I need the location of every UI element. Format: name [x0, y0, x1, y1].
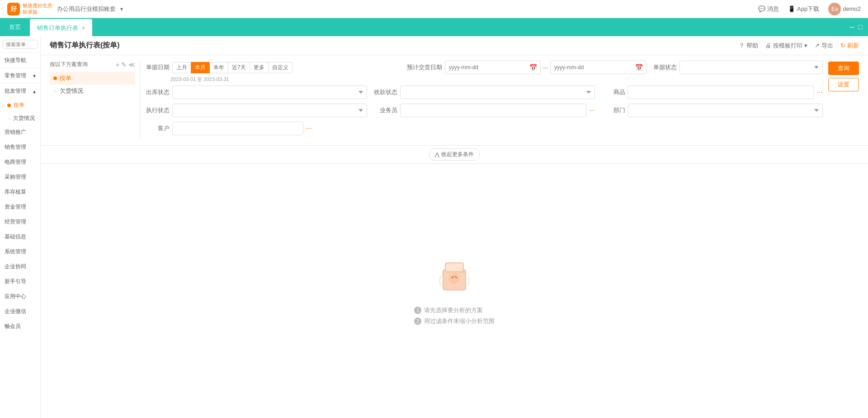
department-select[interactable] [628, 104, 823, 117]
date-tab-last7[interactable]: 近7天 [228, 62, 250, 73]
date-label: 单据日期 [145, 63, 170, 71]
search-input[interactable] [3, 40, 38, 49]
delivery-date-start-input[interactable] [445, 61, 541, 74]
doc-status-label: 单据状态 [652, 63, 677, 71]
minimize-button[interactable]: ─ [849, 23, 854, 31]
edit-scheme-button[interactable]: ✎ [121, 61, 127, 68]
collapse-scheme-button[interactable]: ≪ [128, 61, 135, 68]
tab-bar-actions: ─ □ [849, 23, 868, 31]
chevron-icon: ▾ [33, 73, 36, 79]
empty-illustration [432, 254, 477, 299]
exec-status-label: 执行状态 [145, 106, 170, 114]
date-tab-this-month[interactable]: 本月 [191, 62, 210, 73]
svg-point-4 [455, 276, 457, 278]
product-dots-button[interactable]: ··· [817, 88, 823, 96]
sidebar-item-quick-nav[interactable]: 快捷导航 [0, 53, 40, 68]
sidebar-item-enterprise[interactable]: 企业协同 [0, 259, 40, 274]
sidebar-item-sales[interactable]: 销售管理 [0, 140, 40, 155]
sidebar-item-finance[interactable]: 资金管理 [0, 200, 40, 214]
date-tab-custom[interactable]: 自定义 [268, 62, 292, 73]
sidebar-item-inventory[interactable]: 库存核算 [0, 185, 40, 200]
sidebar-sub-按单[interactable]: 按单 [0, 99, 40, 112]
sidebar-item-wechat[interactable]: 企业微信 [0, 304, 40, 319]
refresh-button[interactable]: ↻ 刷新 [840, 42, 859, 50]
customer-input[interactable] [172, 122, 303, 135]
user-menu-button[interactable]: Ea demo2 [828, 3, 861, 15]
print-button[interactable]: 🖨 按模板打印 ▾ [765, 42, 807, 50]
sidebar-item-guide[interactable]: 新手引导 [0, 274, 40, 289]
filter-field-customer: 客户 ··· [145, 122, 312, 135]
main-content: 快捷导航 零售管理 ▾ 批发管理 ▴ 按单 ○ 欠货情况 营销推广 销售管理 电… [0, 36, 868, 418]
date-tab-this-year[interactable]: 本年 [209, 62, 228, 73]
product-input[interactable] [628, 86, 814, 99]
tab-active[interactable]: 销售订单执行表 × [30, 19, 92, 37]
logo-icon: 好 [7, 3, 20, 15]
avatar: Ea [828, 3, 841, 15]
maximize-button[interactable]: □ [858, 23, 863, 31]
date-tab-more[interactable]: 更多 [250, 62, 269, 73]
delivery-date-end-input[interactable] [550, 61, 646, 74]
filter-fields: 单据日期 上月 本月 本年 近7天 更多 自定义 [145, 61, 859, 140]
department-label: 部门 [600, 106, 625, 114]
page-title: 销售订单执行表(按单) [50, 41, 120, 50]
sidebar-item-purchase[interactable]: 采购管理 [0, 170, 40, 185]
message-button[interactable]: 💬 消息 [758, 5, 779, 13]
filter-field-exec-status: 执行状态 [145, 104, 367, 117]
tab-home[interactable]: 首页 [0, 18, 30, 36]
salesperson-dots-button[interactable]: ··· [589, 106, 595, 114]
query-button[interactable]: 查询 [828, 62, 859, 75]
sidebar-item-system[interactable]: 系统管理 [0, 244, 40, 259]
scheme-dot [53, 76, 57, 80]
export-icon: ↗ [815, 42, 820, 49]
customer-label: 客户 [145, 124, 170, 133]
sidebar-item-basic[interactable]: 基础信息 [0, 229, 40, 244]
help-icon: ？ [739, 42, 745, 50]
print-icon: 🖨 [765, 42, 771, 49]
sidebar-item-member[interactable]: 畅会员 [0, 319, 40, 334]
sidebar-item-marketing[interactable]: 营销推广 [0, 125, 40, 140]
svg-point-3 [452, 276, 453, 278]
top-bar-dropdown[interactable]: ▾ [120, 6, 123, 12]
exec-status-select[interactable] [172, 104, 367, 117]
export-button[interactable]: ↗ 导出 [815, 42, 833, 50]
sidebar-sub-欠货情况[interactable]: ○ 欠货情况 [0, 112, 40, 125]
sidebar-item-wholesale[interactable]: 批发管理 ▴ [0, 83, 40, 99]
reset-button[interactable]: 设置 [828, 78, 859, 91]
sidebar-item-retail[interactable]: 零售管理 ▾ [0, 68, 40, 83]
add-scheme-button[interactable]: + [116, 61, 119, 68]
tip-item-2: 2 用过滤条件来缩小分析范围 [414, 317, 495, 325]
date-tab-last-month[interactable]: 上月 [172, 62, 191, 73]
action-row: ⋀ 收起更多条件 [41, 145, 868, 164]
filter-field-department: 部门 [600, 104, 823, 117]
page-header: 销售订单执行表(按单) ？ 帮助 🖨 按模板打印 ▾ ↗ 导出 ↻ 刷新 [41, 36, 868, 55]
help-button[interactable]: ？ 帮助 [739, 42, 758, 50]
active-dot [7, 104, 11, 107]
sidebar-item-ecommerce[interactable]: 电商管理 [0, 155, 40, 170]
filter-scheme-panel: 按以下方案查询 + ✎ ≪ 按单 ○ 欠货情况 [50, 61, 140, 140]
scheme-inactive-icon: ○ [53, 88, 57, 95]
empty-state: 1 请先选择要分析的方案 2 用过滤条件来缩小分析范围 [41, 164, 868, 418]
svg-point-2 [449, 273, 460, 284]
delivery-date-label: 预计交货日期 [407, 63, 442, 71]
tab-close-icon[interactable]: × [82, 25, 85, 31]
chevron-up-icon: ▴ [33, 88, 36, 95]
filter-field-salesperson: 业务员 ··· [373, 104, 595, 117]
scheme-item-欠货情况[interactable]: ○ 欠货情况 [50, 85, 135, 97]
delivery-status-select[interactable] [172, 86, 367, 99]
payment-status-select[interactable] [400, 86, 595, 99]
app-download-button[interactable]: 📱 App下载 [788, 5, 819, 13]
filter-row-2: 出库状态 收款状态 [145, 86, 823, 99]
sidebar-item-operations[interactable]: 经营管理 [0, 214, 40, 229]
collapse-button[interactable]: ⋀ 收起更多条件 [429, 148, 480, 161]
date-dash: — [542, 64, 548, 71]
sidebar-item-apps[interactable]: 应用中心 [0, 289, 40, 304]
message-icon: 💬 [758, 5, 765, 12]
logo-area: 好 畅捷通好生意 标准版 [7, 3, 52, 15]
scheme-item-按单[interactable]: 按单 [50, 72, 135, 85]
customer-dots-button[interactable]: ··· [306, 124, 312, 133]
doc-status-select[interactable] [679, 61, 823, 74]
filter-scheme-header: 按以下方案查询 + ✎ ≪ [50, 61, 135, 68]
salesperson-input[interactable] [400, 104, 586, 117]
print-dropdown-icon: ▾ [804, 42, 807, 49]
calendar-end-icon: 📅 [635, 64, 643, 71]
